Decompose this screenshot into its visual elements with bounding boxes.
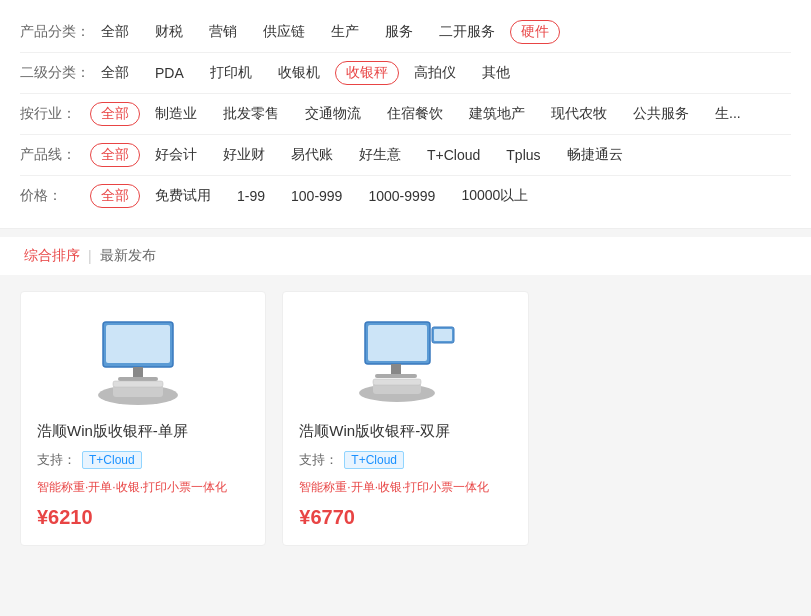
filter-item-price-5[interactable]: 10000以上 (450, 184, 539, 208)
filter-item-category-7[interactable]: 硬件 (510, 20, 560, 44)
product-image-svg-2 (345, 317, 465, 407)
filter-item-subcategory-1[interactable]: PDA (144, 62, 195, 84)
filter-item-subcategory-3[interactable]: 收银机 (267, 61, 331, 85)
filter-item-subcategory-5[interactable]: 高拍仪 (403, 61, 467, 85)
sort-newest[interactable]: 最新发布 (96, 247, 160, 265)
category-row: 产品分类： 全部财税营销供应链生产服务二开服务硬件 (20, 12, 791, 53)
product-line-items: 全部好会计好业财易代账好生意T+CloudTplus畅捷通云 (90, 143, 634, 167)
filter-section: 产品分类： 全部财税营销供应链生产服务二开服务硬件 二级分类： 全部PDA打印机… (0, 0, 811, 229)
subcategory-items: 全部PDA打印机收银机收银秤高拍仪其他 (90, 61, 521, 85)
svg-rect-1 (106, 325, 170, 363)
filter-item-industry-5[interactable]: 建筑地产 (458, 102, 536, 126)
subcategory-row: 二级分类： 全部PDA打印机收银机收银秤高拍仪其他 (20, 53, 791, 94)
support-text-1: 支持： (37, 451, 76, 469)
filter-item-price-0[interactable]: 全部 (90, 184, 140, 208)
price-label: 价格： (20, 187, 90, 205)
filter-item-price-1[interactable]: 免费试用 (144, 184, 222, 208)
subcategory-label: 二级分类： (20, 64, 90, 82)
support-text-2: 支持： (299, 451, 338, 469)
product-image-svg-1 (83, 317, 203, 407)
filter-item-industry-8[interactable]: 生... (704, 102, 752, 126)
product-image-area-2 (299, 312, 511, 412)
category-items: 全部财税营销供应链生产服务二开服务硬件 (90, 20, 560, 44)
svg-rect-3 (118, 377, 158, 381)
product-card-1[interactable]: 浩顺Win版收银秤-单屏 支持： T+Cloud 智能称重·开单·收银·打印小票… (20, 291, 266, 546)
product-line-row: 产品线： 全部好会计好业财易代账好生意T+CloudTplus畅捷通云 (20, 135, 791, 176)
industry-row: 按行业： 全部制造业批发零售交通物流住宿餐饮建筑地产现代农牧公共服务生... (20, 94, 791, 135)
filter-item-price-2[interactable]: 1-99 (226, 185, 276, 207)
product-price-1: ¥6210 (37, 506, 249, 529)
product-image-area-1 (37, 312, 249, 412)
filter-item-product_line-4[interactable]: 好生意 (348, 143, 412, 167)
industry-items: 全部制造业批发零售交通物流住宿餐饮建筑地产现代农牧公共服务生... (90, 102, 752, 126)
filter-item-industry-4[interactable]: 住宿餐饮 (376, 102, 454, 126)
support-tag-2: T+Cloud (344, 451, 404, 469)
filter-item-category-2[interactable]: 营销 (198, 20, 248, 44)
product-price-2: ¥6770 (299, 506, 511, 529)
product-name-2: 浩顺Win版收银秤-双屏 (299, 422, 511, 441)
svg-rect-10 (434, 329, 452, 341)
product-support-1: 支持： T+Cloud (37, 451, 249, 469)
filter-item-industry-2[interactable]: 批发零售 (212, 102, 290, 126)
svg-rect-8 (368, 325, 427, 361)
product-support-2: 支持： T+Cloud (299, 451, 511, 469)
filter-item-product_line-7[interactable]: 畅捷通云 (556, 143, 634, 167)
filter-item-category-5[interactable]: 服务 (374, 20, 424, 44)
category-label: 产品分类： (20, 23, 90, 41)
filter-item-product_line-3[interactable]: 易代账 (280, 143, 344, 167)
svg-rect-11 (391, 364, 401, 374)
filter-item-industry-0[interactable]: 全部 (90, 102, 140, 126)
filter-item-product_line-6[interactable]: Tplus (495, 144, 551, 166)
filter-item-category-6[interactable]: 二开服务 (428, 20, 506, 44)
filter-item-product_line-5[interactable]: T+Cloud (416, 144, 491, 166)
filter-item-industry-3[interactable]: 交通物流 (294, 102, 372, 126)
filter-item-category-1[interactable]: 财税 (144, 20, 194, 44)
price-items: 全部免费试用1-99100-9991000-999910000以上 (90, 184, 539, 208)
filter-item-subcategory-2[interactable]: 打印机 (199, 61, 263, 85)
svg-rect-12 (375, 374, 417, 378)
sort-comprehensive[interactable]: 综合排序 (20, 247, 84, 265)
filter-item-category-0[interactable]: 全部 (90, 20, 140, 44)
sort-divider: | (84, 248, 96, 264)
filter-item-price-3[interactable]: 100-999 (280, 185, 353, 207)
product-line-label: 产品线： (20, 146, 90, 164)
product-desc-2: 智能称重·开单·收银·打印小票一体化 (299, 479, 511, 496)
filter-item-product_line-2[interactable]: 好业财 (212, 143, 276, 167)
filter-item-category-3[interactable]: 供应链 (252, 20, 316, 44)
product-grid: 浩顺Win版收银秤-单屏 支持： T+Cloud 智能称重·开单·收银·打印小票… (0, 275, 811, 562)
filter-item-category-4[interactable]: 生产 (320, 20, 370, 44)
support-tag-1: T+Cloud (82, 451, 142, 469)
filter-item-price-4[interactable]: 1000-9999 (357, 185, 446, 207)
filter-item-subcategory-6[interactable]: 其他 (471, 61, 521, 85)
industry-label: 按行业： (20, 105, 90, 123)
product-name-1: 浩顺Win版收银秤-单屏 (37, 422, 249, 441)
sort-bar: 综合排序 | 最新发布 (0, 237, 811, 275)
product-card-2[interactable]: 浩顺Win版收银秤-双屏 支持： T+Cloud 智能称重·开单·收银·打印小票… (282, 291, 528, 546)
filter-item-product_line-1[interactable]: 好会计 (144, 143, 208, 167)
filter-item-industry-1[interactable]: 制造业 (144, 102, 208, 126)
svg-rect-2 (133, 367, 143, 377)
product-desc-1: 智能称重·开单·收银·打印小票一体化 (37, 479, 249, 496)
filter-item-industry-6[interactable]: 现代农牧 (540, 102, 618, 126)
filter-item-product_line-0[interactable]: 全部 (90, 143, 140, 167)
filter-item-subcategory-0[interactable]: 全部 (90, 61, 140, 85)
price-row: 价格： 全部免费试用1-99100-9991000-999910000以上 (20, 176, 791, 216)
filter-item-subcategory-4[interactable]: 收银秤 (335, 61, 399, 85)
svg-rect-6 (113, 381, 163, 387)
svg-rect-15 (373, 379, 421, 385)
filter-item-industry-7[interactable]: 公共服务 (622, 102, 700, 126)
